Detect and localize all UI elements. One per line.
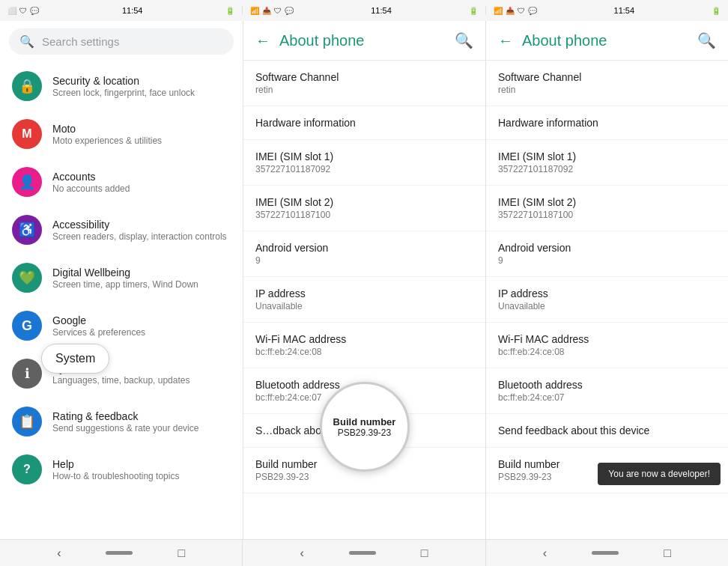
- settings-item-rating[interactable]: 📋 Rating & feedback Send suggestions & r…: [0, 398, 243, 445]
- build-overlay-value: PSB29.39-23: [338, 427, 391, 438]
- settings-item-system[interactable]: System ℹ System Languages, time, backup,…: [0, 350, 243, 398]
- build-value-center: PSB29.39-23: [255, 472, 473, 482]
- search-icon-center[interactable]: 🔍: [455, 31, 473, 49]
- back-arrow-center[interactable]: ←: [255, 32, 270, 49]
- accounts-text: Accounts No accounts added: [52, 171, 231, 194]
- system-subtitle: Languages, time, backup, updates: [52, 375, 231, 386]
- wifi-value-center: bc:ff:eb:24:ce:08: [255, 347, 473, 357]
- about-item-imei2-right[interactable]: IMEI (SIM slot 2) 357227101187100: [486, 186, 728, 231]
- digitalwellbeing-text: Digital Wellbeing Screen time, app timer…: [52, 267, 231, 290]
- developer-toast: You are now a developer!: [598, 463, 721, 485]
- wifi-title-right: Wi-Fi MAC address: [498, 333, 716, 345]
- search-icon: 🔍: [19, 34, 34, 49]
- about-item-feedback-right[interactable]: Send feedback about this device: [486, 414, 728, 448]
- settings-item-moto[interactable]: M Moto Moto experiences & utilities: [0, 110, 243, 158]
- status-panel-left: ⬜ 🛡 💬 11:54 🔋: [0, 6, 243, 15]
- settings-item-accessibility[interactable]: ♿ Accessibility Screen readers, display,…: [0, 206, 243, 254]
- imei2-value-right: 357227101187100: [498, 210, 716, 220]
- back-button-center[interactable]: ‹: [300, 547, 303, 560]
- settings-item-google[interactable]: G Google Services & preferences: [0, 302, 243, 350]
- status-icon-3: 💬: [30, 7, 39, 15]
- about-item-android-center[interactable]: Android version 9: [243, 231, 485, 277]
- imei2-value-center: 357227101187100: [255, 210, 473, 220]
- software-channel-title-right: Software Channel: [498, 71, 716, 83]
- google-subtitle: Services & preferences: [52, 327, 231, 338]
- help-text: Help How-to & troubleshooting topics: [52, 458, 231, 481]
- settings-item-digitalwellbeing[interactable]: 💚 Digital Wellbeing Screen time, app tim…: [0, 254, 243, 302]
- about-item-ip-right[interactable]: IP address Unavailable: [486, 277, 728, 323]
- recents-button-center[interactable]: □: [421, 547, 428, 560]
- back-button-left[interactable]: ‹: [57, 547, 61, 560]
- about-item-ip-center[interactable]: IP address Unavailable: [243, 277, 485, 323]
- recents-button-right[interactable]: □: [664, 547, 671, 560]
- imei2-title-center: IMEI (SIM slot 2): [255, 196, 473, 208]
- imei1-value-center: 357227101187092: [255, 164, 473, 174]
- about-item-hardware-info-center: Hardware information: [243, 106, 485, 140]
- home-button-left[interactable]: [106, 551, 133, 555]
- about-item-hardware-info-right: Hardware information: [486, 106, 728, 140]
- status-icon-c2: 📥: [262, 7, 271, 15]
- main-layout: 🔍 Search settings 🔒 Security & location …: [0, 21, 728, 539]
- search-icon-right[interactable]: 🔍: [697, 31, 716, 49]
- status-icon-2: 🛡: [19, 7, 27, 15]
- settings-item-security[interactable]: 🔒 Security & location Screen lock, finge…: [0, 62, 243, 110]
- status-panel-right: 📶 📥 🛡 💬 11:54 🔋: [486, 6, 728, 15]
- about-item-imei2-center[interactable]: IMEI (SIM slot 2) 357227101187100: [243, 186, 485, 231]
- google-title: Google: [52, 314, 231, 326]
- wifi-value-right: bc:ff:eb:24:ce:08: [498, 347, 716, 357]
- about-item-software-channel[interactable]: Software Channel retin: [243, 61, 485, 106]
- about-item-software-channel-right[interactable]: Software Channel retin: [486, 61, 728, 106]
- security-title: Security & location: [52, 75, 231, 87]
- about-item-wifi-right[interactable]: Wi-Fi MAC address bc:ff:eb:24:ce:08: [486, 323, 728, 368]
- about-item-imei1-center[interactable]: IMEI (SIM slot 1) 357227101187092: [243, 140, 485, 186]
- help-subtitle: How-to & troubleshooting topics: [52, 471, 231, 481]
- digitalwellbeing-title: Digital Wellbeing: [52, 267, 231, 279]
- accessibility-title: Accessibility: [52, 219, 231, 231]
- feedback-title-right: Send feedback about this device: [498, 424, 716, 436]
- home-button-center[interactable]: [349, 551, 376, 555]
- status-bar: ⬜ 🛡 💬 11:54 🔋 📶 📥 🛡 💬 11:54 🔋 📶 📥 🛡 💬 11…: [0, 0, 728, 21]
- accessibility-text: Accessibility Screen readers, display, i…: [52, 219, 231, 242]
- status-icon-c3: 🛡: [274, 7, 282, 15]
- settings-item-help[interactable]: ? Help How-to & troubleshooting topics: [0, 445, 243, 493]
- android-value-right: 9: [498, 255, 716, 266]
- help-icon: ?: [12, 454, 42, 484]
- status-icon-r1: 📶: [494, 7, 503, 15]
- ip-value-center: Unavailable: [255, 301, 473, 311]
- ip-title-center: IP address: [255, 287, 473, 299]
- google-text: Google Services & preferences: [52, 314, 231, 338]
- android-title-right: Android version: [498, 242, 716, 254]
- software-channel-title: Software Channel: [255, 71, 473, 83]
- about-item-android-right[interactable]: Android version 9: [486, 231, 728, 277]
- moto-icon: M: [12, 119, 42, 149]
- rating-text: Rating & feedback Send suggestions & rat…: [52, 410, 231, 433]
- about-item-bluetooth-right[interactable]: Bluetooth address bc:ff:eb:24:ce:07: [486, 368, 728, 414]
- bluetooth-title-right: Bluetooth address: [498, 379, 716, 391]
- status-time-right: 11:54: [614, 6, 635, 15]
- about-item-wifi-center[interactable]: Wi-Fi MAC address bc:ff:eb:24:ce:08: [243, 323, 485, 368]
- moto-subtitle: Moto experiences & utilities: [52, 136, 231, 146]
- home-button-right[interactable]: [592, 551, 619, 555]
- software-channel-value-right: retin: [498, 85, 716, 95]
- settings-item-accounts[interactable]: 👤 Accounts No accounts added: [0, 158, 243, 206]
- search-bar[interactable]: 🔍 Search settings: [9, 28, 234, 55]
- panel-header-center: ← About phone 🔍: [243, 21, 485, 61]
- imei1-title-right: IMEI (SIM slot 1): [498, 150, 716, 162]
- accounts-icon: 👤: [12, 167, 42, 197]
- status-icon-r2: 📥: [506, 7, 515, 15]
- search-placeholder: Search settings: [42, 35, 119, 48]
- panel-header-right: ← About phone 🔍: [486, 21, 728, 61]
- recents-button-left[interactable]: □: [178, 547, 185, 560]
- settings-panel: 🔍 Search settings 🔒 Security & location …: [0, 21, 243, 539]
- back-button-right[interactable]: ‹: [543, 547, 547, 560]
- about-panel-center: ← About phone 🔍 Software Channel retin H…: [243, 21, 486, 539]
- bottom-nav: ‹ □ ‹ □ ‹ □: [0, 539, 728, 566]
- accessibility-subtitle: Screen readers, display, interaction con…: [52, 231, 231, 242]
- status-icon-r4: 💬: [528, 7, 537, 15]
- accessibility-icon: ♿: [12, 215, 42, 245]
- back-arrow-right[interactable]: ←: [498, 32, 513, 49]
- security-icon: 🔒: [12, 71, 42, 101]
- about-item-imei1-right[interactable]: IMEI (SIM slot 1) 357227101187092: [486, 140, 728, 186]
- moto-text: Moto Moto experiences & utilities: [52, 123, 231, 146]
- status-panel-center: 📶 📥 🛡 💬 11:54 🔋: [243, 6, 485, 15]
